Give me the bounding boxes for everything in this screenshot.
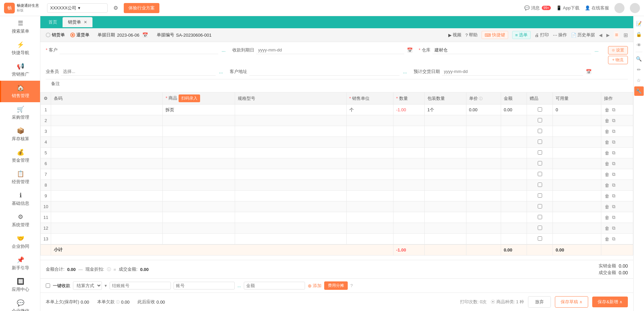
due-date-calendar-icon[interactable]: 📅 xyxy=(406,47,413,53)
delete-row-btn[interactable]: 🗑 xyxy=(604,193,610,199)
sidebar-item-system[interactable]: ⚙ 系统管理 xyxy=(0,210,40,231)
float-star-btn[interactable]: ☆ xyxy=(634,76,644,85)
delivery-date-input[interactable] xyxy=(442,68,583,76)
float-notes-btn[interactable]: 📝 xyxy=(634,19,644,28)
delete-row-btn[interactable]: 🗑 xyxy=(604,203,610,210)
delete-row-btn[interactable]: 🗑 xyxy=(604,139,610,146)
sidebar-item-marketing[interactable]: 📢 营销推广 xyxy=(0,59,40,81)
customer-input[interactable] xyxy=(60,46,218,54)
row-qty[interactable]: -1.00 xyxy=(393,105,424,115)
copy-row-btn[interactable]: ⧉ xyxy=(611,139,616,146)
tab-home[interactable]: 首页 xyxy=(43,17,63,27)
delete-row-btn[interactable]: 🗑 xyxy=(604,107,610,113)
sidebar-item-app-center[interactable]: 🔲 应用中心 xyxy=(0,274,40,296)
account-number-input[interactable] xyxy=(174,282,235,289)
account-dots-btn[interactable]: ... xyxy=(237,283,241,288)
delete-row-btn[interactable]: 🗑 xyxy=(604,182,610,189)
copy-row-btn[interactable]: ⧉ xyxy=(611,192,616,199)
scan-btn[interactable]: 扫码录入 xyxy=(179,94,200,102)
video-link[interactable]: ▶ 视频 xyxy=(448,32,461,38)
row-barcode[interactable] xyxy=(51,105,163,115)
discard-button[interactable]: 放弃 xyxy=(528,296,551,308)
settings-side-btn[interactable]: ⊙ 设置 xyxy=(608,46,628,54)
view-list-btn[interactable]: ≡ xyxy=(614,31,619,39)
delete-row-btn[interactable]: 🗑 xyxy=(604,236,610,242)
add-payment-btn[interactable]: ⊕ 添加 xyxy=(308,283,321,289)
save-draft-button[interactable]: 保存草稿 ∧ xyxy=(555,296,588,308)
customer-addr-input[interactable] xyxy=(249,68,400,76)
account-input[interactable] xyxy=(110,282,171,289)
copy-row-btn[interactable]: ⧉ xyxy=(611,214,616,221)
save-new-button[interactable]: 保存&新增 ∧ xyxy=(592,297,628,307)
help-link[interactable]: ? 帮助 xyxy=(465,32,478,38)
logistics-side-btn[interactable]: + 物流 xyxy=(608,56,628,64)
float-lock-btn[interactable]: 🔒 xyxy=(634,30,644,39)
float-edit-btn[interactable]: ✏ xyxy=(634,65,644,74)
tab-close-button[interactable]: ✕ xyxy=(84,20,87,25)
warehouse-dots-btn[interactable]: ... xyxy=(593,47,600,53)
copy-row-btn[interactable]: ⧉ xyxy=(611,171,616,178)
salesperson-dots-btn[interactable]: ... xyxy=(218,68,224,75)
debt-info-icon[interactable]: ⓘ xyxy=(116,300,120,305)
copy-row-btn[interactable]: ⧉ xyxy=(611,182,616,189)
copy-row-btn[interactable]: ⧉ xyxy=(611,235,616,242)
float-search-btn[interactable]: 🔍 xyxy=(634,54,644,64)
tab-sales-order[interactable]: 销货单 ✕ xyxy=(63,17,92,27)
copy-row-btn[interactable]: ⧉ xyxy=(611,106,616,113)
product-type-stat[interactable]: ☉ 商品种类: 1 种 xyxy=(491,299,524,305)
avatar-2[interactable] xyxy=(630,3,640,13)
sidebar-item-inventory[interactable]: 📦 库存核算 xyxy=(0,124,40,145)
delete-row-btn[interactable]: 🗑 xyxy=(604,160,610,167)
delete-row-btn[interactable]: 🗑 xyxy=(604,128,610,135)
print-link[interactable]: 🖨 打印 xyxy=(535,32,549,38)
history-link[interactable]: 📄 历史单据 xyxy=(571,32,595,38)
row-spec[interactable] xyxy=(235,105,346,115)
sales-order-radio[interactable]: 销货单 xyxy=(46,32,65,38)
sidebar-item-search-order[interactable]: ☰ 搜索菜单 xyxy=(0,16,40,38)
sidebar-item-basic-info[interactable]: ℹ 基础信息 xyxy=(0,188,40,210)
delete-row-btn[interactable]: 🗑 xyxy=(604,214,610,221)
return-order-radio[interactable]: 退货单 xyxy=(70,32,89,38)
message-button[interactable]: 💬 消息 99+ xyxy=(524,5,551,11)
due-date-input[interactable] xyxy=(256,46,405,54)
sidebar-item-capital[interactable]: 💰 资金管理 xyxy=(0,145,40,167)
copy-row-btn[interactable]: ⧉ xyxy=(611,225,616,232)
company-selector[interactable]: XXXXXX公司 ▾ xyxy=(47,3,108,13)
sidebar-item-sales[interactable]: 🏠 销售管理 xyxy=(0,81,40,102)
float-action-btn[interactable]: 🔧 xyxy=(634,86,644,96)
fee-help-icon[interactable]: ? xyxy=(350,283,353,288)
sidebar-item-purchase[interactable]: 🛒 采购管理 xyxy=(0,102,40,124)
delete-row-btn[interactable]: 🗑 xyxy=(604,171,610,178)
notes-input[interactable] xyxy=(63,81,622,86)
float-view-btn[interactable]: 👁 xyxy=(634,40,644,50)
calendar-icon[interactable]: 📅 xyxy=(142,32,149,38)
salesperson-input[interactable] xyxy=(61,68,216,76)
shortcut-link[interactable]: ⌨ 快捷键 xyxy=(482,31,508,39)
delete-row-btn[interactable]: 🗑 xyxy=(604,150,610,156)
delete-row-btn[interactable]: 🗑 xyxy=(604,117,610,124)
app-download-button[interactable]: 📱 App下载 xyxy=(556,5,579,11)
copy-row-btn[interactable]: ⧉ xyxy=(611,117,616,124)
avatar[interactable] xyxy=(614,3,624,13)
row-gift[interactable] xyxy=(527,105,553,115)
sidebar-item-enterprise[interactable]: 🤝 企业协同 xyxy=(0,231,40,253)
copy-row-btn[interactable]: ⧉ xyxy=(611,149,616,156)
view-grid-btn[interactable]: ⊞ xyxy=(623,32,628,38)
col-settings[interactable]: ⚙ xyxy=(41,92,51,105)
payment-method-select[interactable]: 结算方式 xyxy=(73,281,102,290)
operations-link[interactable]: ⋯ 操作 xyxy=(553,32,567,38)
customer-addr-dots-btn[interactable]: ... xyxy=(402,68,408,75)
info-icon[interactable]: ⓘ xyxy=(107,267,111,272)
sidebar-item-wechat[interactable]: 💬 企业微信 xyxy=(0,296,40,311)
nav-prev-btn[interactable]: ◀ xyxy=(599,33,602,38)
delivery-calendar-icon[interactable]: 📅 xyxy=(585,68,592,75)
trial-button[interactable]: 体验行业方案 xyxy=(124,3,159,13)
customer-dots-btn[interactable]: ... xyxy=(220,47,227,53)
row-unit-price[interactable]: 0.00 xyxy=(466,105,501,115)
copy-row-btn[interactable]: ⧉ xyxy=(611,203,616,210)
amount-input[interactable] xyxy=(244,282,305,289)
fee-split-btn[interactable]: 费用分摊 xyxy=(324,281,348,290)
sidebar-item-quick-nav[interactable]: ⚡ 快捷导航 xyxy=(0,38,40,59)
choose-link[interactable]: ≡ 选单 xyxy=(512,31,531,39)
sidebar-item-operations[interactable]: 📋 经营管理 xyxy=(0,167,40,188)
